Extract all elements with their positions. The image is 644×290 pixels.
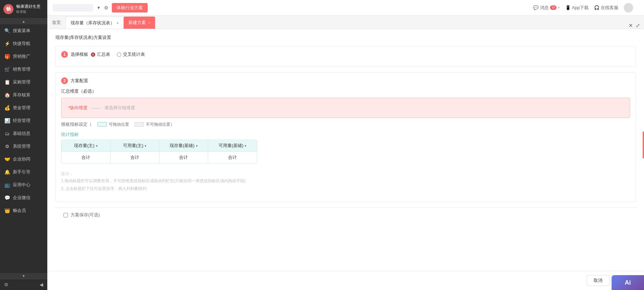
tip-2-text: 2. 点击标题栏下拉可设置排序、插入列和删除列 — [61, 186, 147, 192]
radio-cross-input[interactable] — [117, 52, 121, 57]
tab-new-plan-close[interactable]: × — [148, 21, 150, 25]
stats-col-3[interactable]: 可用量(基辅) ▾ — [208, 140, 257, 151]
step2-section: 2 方案配置 汇总维度（必选） *纵向维度 —— 请选择分组维度 模板指标设定（… — [55, 72, 636, 202]
tab-new-plan[interactable]: 新建方案 × — [124, 17, 155, 29]
tab-stock-close[interactable]: × — [117, 21, 119, 25]
logo-icon: 畅 — [3, 4, 14, 14]
step2-header: 2 方案配置 — [61, 77, 630, 84]
sidebar-item-sales[interactable]: 🛒 销售管理 — [0, 63, 47, 76]
col-3-chevron[interactable]: ▾ — [245, 144, 246, 148]
sidebar-item-inventory[interactable]: 🏠 库存核算 — [0, 89, 47, 101]
sidebar-item-purchase[interactable]: 📋 采购管理 — [0, 76, 47, 89]
stats-col-2-label: 现存量(基辅) — [170, 143, 195, 149]
sidebar-item-label-search: 搜索菜单 — [13, 28, 30, 34]
message-plus: + — [558, 6, 560, 9]
search-input[interactable] — [53, 4, 93, 11]
message-icon: 💬 — [533, 5, 539, 10]
tip-2: 2. 点击标题栏下拉可设置排序、插入列和删除列 — [61, 186, 630, 192]
col-2-chevron[interactable]: ▾ — [196, 144, 198, 148]
stats-cell-2: 合计 — [159, 152, 208, 163]
sidebar-item-label-appstore: 应用中心 — [13, 182, 30, 188]
expand-window-icon[interactable]: ⤢ — [636, 22, 640, 29]
sidebar-logo: 畅 畅康通好生意 标准版 — [0, 0, 47, 19]
radio-summary[interactable]: 汇总表 — [91, 51, 110, 57]
sidebar-item-label-basic: 基础信息 — [13, 130, 30, 137]
sidebar-item-label-purchase: 采购管理 — [13, 79, 30, 85]
page-wrap: 现存量(库存状况表)方案设置 1 选择模板 汇总表 交叉统计表 — [47, 29, 644, 271]
fixed-box — [134, 122, 144, 127]
cancel-button[interactable]: 取消 — [587, 275, 610, 286]
wechat-icon: 💬 — [4, 195, 10, 201]
tab-home[interactable]: 首页 — [47, 17, 66, 29]
step1-number: 1 — [61, 51, 68, 58]
sidebar-item-label-inventory: 库存核算 — [13, 92, 30, 98]
template-indicator-label: 模板指标设定（ — [61, 121, 92, 127]
logo-badge: 标准版 — [16, 9, 41, 14]
sidebar-scroll-up[interactable]: ▲ — [0, 19, 47, 24]
sidebar-item-operation[interactable]: 📊 经营管理 — [0, 114, 47, 127]
stats-col-1[interactable]: 可用量(主) ▾ — [110, 140, 159, 151]
movable-box — [97, 122, 107, 127]
stats-col-3-label: 可用量(基辅) — [219, 143, 244, 149]
tab-stock-label: 现存量（库存状况表） — [71, 20, 115, 26]
sidebar-item-wechat[interactable]: 💬 企业微信 — [0, 191, 47, 204]
stats-col-2[interactable]: 现存量(基辅) ▾ — [159, 140, 208, 151]
sidebar-item-marketing[interactable]: 🎁 营销推广 — [0, 50, 47, 63]
message-label: 消息 — [540, 5, 549, 11]
ai-badge[interactable]: Ai — [612, 275, 644, 290]
step1-section: 1 选择模板 汇总表 交叉统计表 — [55, 46, 636, 67]
main-area: ▼ ⚙ 体验行业方案 💬 消息 99 + 📱 App下载 🎧 在线客服 — [47, 0, 644, 290]
sidebar-item-basic[interactable]: 🗂 基础信息 — [0, 127, 47, 140]
cooperation-icon: 🤝 — [4, 156, 10, 162]
save-checkbox[interactable] — [64, 213, 68, 217]
sidebar-scroll-down[interactable]: ▼ — [0, 273, 47, 279]
online-service-btn[interactable]: 🎧 在线客服 — [594, 5, 618, 11]
step2-title: 方案配置 — [71, 78, 88, 84]
template-indicator-row: 模板指标设定（ 可拖动位置 不可拖动位置） — [61, 121, 630, 127]
tab-stock[interactable]: 现存量（库存状况表） × — [66, 17, 124, 29]
member-icon: 👑 — [4, 208, 10, 214]
system-icon: ⚙ — [4, 143, 10, 149]
sidebar-item-label-finance: 资金管理 — [13, 105, 30, 111]
dimension-area[interactable]: *纵向维度 —— 请选择分组维度 — [61, 98, 630, 118]
message-btn[interactable]: 💬 消息 99 + — [533, 5, 560, 11]
content-area: 现存量(库存状况表)方案设置 1 选择模板 汇总表 交叉统计表 — [47, 29, 644, 271]
finance-icon: 💰 — [4, 105, 10, 111]
tip-1: 1.拖动标题栏可以调整布局，不可跨维度或指标区域拖动列栏目(只能在同一维度或指标… — [61, 178, 630, 184]
movable-label: 可拖动位置 — [109, 122, 129, 127]
sidebar-item-member[interactable]: 👑 畅会员 — [0, 204, 47, 217]
col-1-chevron[interactable]: ▾ — [145, 144, 146, 148]
tab-new-plan-label: 新建方案 — [128, 20, 146, 26]
radio-cross[interactable]: 交叉统计表 — [117, 51, 145, 57]
sidebar-item-finance[interactable]: 💰 资金管理 — [0, 101, 47, 114]
tip-1-text: 1.拖动标题栏可以调整布局，不可跨维度或指标区域拖动列栏目(只能在同一维度或指标… — [61, 178, 246, 184]
sidebar-item-appstore[interactable]: 📺 应用中心 — [0, 178, 47, 191]
experience-btn[interactable]: 体验行业方案 — [112, 3, 148, 13]
sidebar-item-system[interactable]: ⚙ 系统管理 — [0, 140, 47, 153]
sidebar-item-label-system: 系统管理 — [13, 143, 30, 149]
service-label: 在线客服 — [601, 5, 618, 11]
dropdown-icon[interactable]: ▼ — [97, 5, 101, 10]
avatar — [624, 3, 633, 13]
marketing-icon: 🎁 — [4, 53, 10, 59]
message-badge: 99 — [550, 5, 556, 10]
logo-title: 畅康通好生意 — [16, 4, 41, 9]
close-window-icon[interactable]: ✕ — [628, 22, 633, 29]
expand-icon[interactable]: ◀ — [40, 282, 43, 287]
col-0-chevron[interactable]: ▾ — [96, 144, 98, 148]
sidebar-item-search[interactable]: 🔍 搜索菜单 — [0, 24, 47, 37]
topbar-gear-icon[interactable]: ⚙ — [104, 5, 108, 10]
fixed-indicator: 不可拖动位置） — [134, 122, 174, 127]
stats-cell-0: 合计 — [61, 152, 110, 163]
service-icon: 🎧 — [594, 5, 599, 10]
stats-col-0-label: 现存量(主) — [74, 143, 95, 149]
sidebar-item-cooperation[interactable]: 🤝 企业协同 — [0, 153, 47, 166]
settings-icon[interactable]: ⚙ — [4, 282, 8, 287]
app-download-btn[interactable]: 📱 App下载 — [565, 5, 589, 11]
fixed-label: 不可拖动位置） — [146, 122, 174, 127]
sidebar-item-newbie[interactable]: 🔔 新手引导 — [0, 166, 47, 178]
sidebar-item-shortcut[interactable]: ⚡ 快捷导航 — [0, 37, 47, 50]
stats-col-0[interactable]: 现存量(主) ▾ — [61, 140, 110, 151]
radio-summary-input[interactable] — [91, 52, 95, 57]
operation-icon: 📊 — [4, 118, 10, 124]
